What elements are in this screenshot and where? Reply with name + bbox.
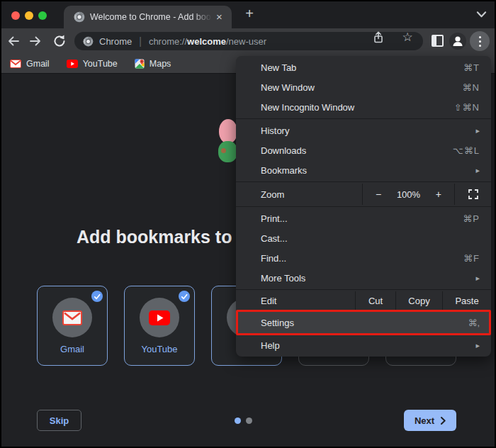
address-bar[interactable]: Chrome | chrome://welcome/new-user (74, 32, 423, 50)
edit-label: Edit (261, 296, 276, 306)
next-button[interactable]: Next (404, 410, 456, 431)
chevron-right-icon (441, 417, 446, 425)
gmail-icon (10, 60, 21, 68)
menu-item-settings-highlighted[interactable]: Settings ⌘, (236, 310, 491, 335)
close-window-button[interactable] (11, 11, 20, 20)
selected-check-icon (179, 291, 190, 302)
paste-button[interactable]: Paste (442, 291, 491, 310)
zoom-label: Zoom (261, 189, 284, 200)
zoom-value: 100% (397, 189, 420, 200)
menu-item-bookmarks[interactable]: Bookmarks ▸ (236, 160, 491, 180)
selected-check-icon (91, 291, 103, 302)
menu-item-label: New Incognito Window (261, 102, 354, 113)
menu-item-label: Downloads (261, 145, 306, 156)
bookmark-label: Gmail (26, 59, 50, 69)
url-path: /new-user (226, 36, 266, 47)
gmail-icon (62, 310, 82, 325)
menu-item-label: Cast... (261, 233, 288, 244)
menu-item-new-window[interactable]: New Window ⌘N (236, 77, 491, 97)
menu-item-label: History (261, 125, 289, 136)
menu-item-downloads[interactable]: Downloads ⌥⌘L (236, 140, 491, 160)
cut-button[interactable]: Cut (355, 291, 395, 310)
browser-menu-button[interactable] (470, 31, 490, 51)
tab-close-icon[interactable]: × (213, 10, 226, 23)
youtube-icon (149, 310, 170, 325)
bookmark-card-youtube[interactable]: YouTube (124, 286, 195, 366)
pagination-dot[interactable] (246, 418, 252, 424)
card-label: YouTube (125, 344, 194, 354)
menu-item-new-incognito-window[interactable]: New Incognito Window ⇧⌘N (236, 97, 491, 117)
menu-item-label: Print... (261, 213, 288, 224)
youtube-icon (67, 60, 78, 68)
menu-item-shortcut: ⌘F (463, 253, 480, 264)
new-tab-button[interactable]: + (242, 6, 257, 22)
card-label: Gmail (38, 344, 107, 354)
menu-item-shortcut: ⌘P (463, 213, 480, 224)
menu-item-more-tools[interactable]: More Tools ▸ (236, 268, 491, 288)
menu-separator (236, 181, 491, 182)
next-button-label: Next (415, 415, 434, 426)
paste-label: Paste (455, 296, 478, 306)
fullscreen-icon (468, 189, 478, 199)
menu-item-shortcut: ⇧⌘N (454, 102, 480, 113)
menu-separator (236, 289, 491, 290)
menu-item-label: Help (261, 340, 280, 351)
menu-item-edit: Edit Cut Copy Paste (236, 291, 491, 310)
chrome-app-menu: New Tab ⌘T New Window ⌘N New Incognito W… (236, 56, 491, 357)
maps-icon (135, 59, 145, 69)
chrome-site-icon (83, 36, 94, 47)
menu-item-label: Find... (261, 253, 286, 264)
url-separator: | (139, 35, 142, 47)
menu-separator (236, 206, 491, 207)
submenu-arrow-icon: ▸ (475, 166, 480, 175)
copy-label: Copy (408, 296, 429, 306)
copy-button[interactable]: Copy (395, 291, 442, 310)
url-host: welcome (187, 36, 226, 47)
menu-item-history[interactable]: History ▸ (236, 121, 491, 140)
bookmark-label: YouTube (83, 59, 118, 69)
submenu-arrow-icon: ▸ (475, 274, 480, 283)
minimize-window-button[interactable] (25, 11, 33, 20)
bookmark-maps[interactable]: Maps (135, 59, 171, 69)
fullscreen-button[interactable] (455, 184, 491, 205)
tab-strip: Welcome to Chrome - Add boo × + (0, 0, 496, 28)
profile-avatar[interactable] (449, 33, 466, 50)
share-icon[interactable] (372, 31, 385, 44)
bookmark-card-gmail[interactable]: Gmail (37, 286, 108, 366)
zoom-out-button[interactable]: − (376, 189, 381, 200)
bookmark-star-icon[interactable]: ☆ (401, 31, 414, 44)
menu-item-help[interactable]: Help ▸ (236, 335, 491, 355)
menu-item-label: New Tab (261, 62, 296, 73)
menu-item-cast[interactable]: Cast... (236, 228, 491, 248)
reload-button[interactable] (52, 34, 67, 48)
illustration-flower (219, 119, 237, 143)
chevron-down-icon[interactable] (476, 11, 487, 18)
illustration-pot (221, 148, 226, 153)
pagination-dot-active[interactable] (235, 418, 241, 424)
submenu-arrow-icon: ▸ (475, 341, 480, 350)
forward-button[interactable] (28, 34, 43, 48)
tab-title: Welcome to Chrome - Add boo (90, 12, 212, 22)
bookmark-gmail[interactable]: Gmail (10, 59, 50, 69)
toolbar: Chrome | chrome://welcome/new-user ☆ (0, 28, 496, 54)
person-icon (449, 33, 466, 50)
browser-tab[interactable]: Welcome to Chrome - Add boo × (64, 6, 232, 28)
menu-item-shortcut: ⌥⌘L (453, 145, 480, 156)
menu-item-print[interactable]: Print... ⌘P (236, 208, 491, 228)
skip-button[interactable]: Skip (37, 410, 81, 431)
side-panel-icon[interactable] (432, 35, 444, 47)
menu-item-find[interactable]: Find... ⌘F (236, 248, 491, 268)
page-title: Add bookmarks to yo (77, 227, 258, 247)
submenu-arrow-icon: ▸ (475, 126, 480, 135)
menu-item-new-tab[interactable]: New Tab ⌘T (236, 57, 491, 77)
menu-item-label: Settings (261, 318, 294, 328)
zoom-window-button[interactable] (38, 11, 47, 20)
card-icon-circle (140, 298, 179, 337)
menu-item-label: New Window (261, 82, 315, 93)
bookmark-youtube[interactable]: YouTube (67, 59, 118, 69)
menu-item-zoom: Zoom − 100% + (236, 184, 491, 205)
zoom-in-button[interactable]: + (436, 189, 441, 200)
menu-item-shortcut: ⌘T (463, 62, 480, 73)
bookmark-label: Maps (150, 59, 171, 69)
back-button[interactable] (6, 34, 21, 48)
